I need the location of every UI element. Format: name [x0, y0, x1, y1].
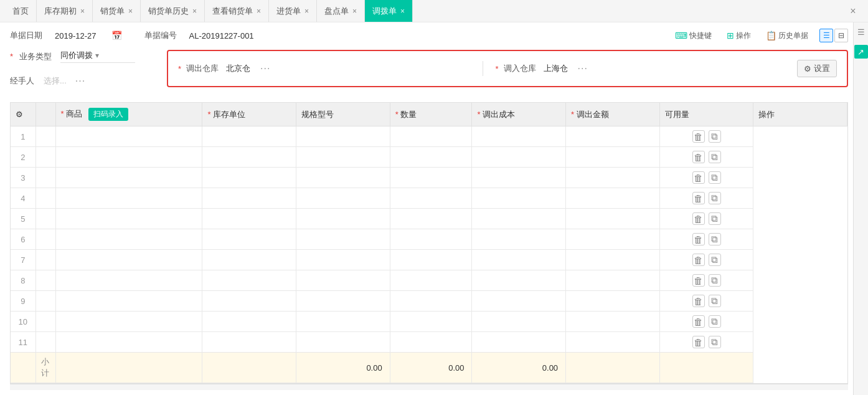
copy-icon[interactable]: ⧉ — [709, 151, 721, 163]
copy-icon[interactable]: ⧉ — [709, 233, 721, 245]
cell-unit[interactable] — [55, 126, 202, 147]
delete-icon[interactable]: 🗑 — [692, 212, 705, 225]
cell-available[interactable] — [566, 250, 660, 270]
cell-amount[interactable] — [472, 312, 566, 332]
cell-product[interactable] — [35, 229, 55, 250]
delete-icon[interactable]: 🗑 — [692, 192, 705, 204]
cell-unit[interactable] — [55, 291, 202, 312]
tab-close-sales-order[interactable]: × — [128, 7, 133, 16]
cell-amount[interactable] — [472, 229, 566, 250]
cell-qty[interactable] — [296, 312, 390, 332]
cell-available[interactable] — [566, 312, 660, 332]
tab-inventory-check[interactable]: 盘点单 × — [317, 0, 365, 22]
cell-cost[interactable] — [390, 270, 472, 291]
tab-close-view-sales[interactable]: × — [257, 7, 261, 16]
grid-view-button[interactable]: ⊟ — [834, 29, 848, 42]
shortcut-button[interactable]: ⌨ 快捷键 — [671, 29, 715, 42]
list-view-button[interactable]: ☰ — [819, 29, 833, 42]
cell-cost[interactable] — [390, 188, 472, 209]
cell-qty[interactable] — [296, 332, 390, 353]
tab-sales-history[interactable]: 销货单历史 × — [141, 0, 205, 22]
cell-product[interactable] — [35, 168, 55, 188]
cell-available[interactable] — [566, 147, 660, 168]
copy-icon[interactable]: ⧉ — [709, 192, 721, 204]
tab-view-sales[interactable]: 查看销货单 × — [205, 0, 269, 22]
cell-spec[interactable] — [202, 312, 296, 332]
delete-icon[interactable]: 🗑 — [692, 295, 705, 307]
cell-available[interactable] — [566, 291, 660, 312]
delete-icon[interactable]: 🗑 — [692, 233, 705, 245]
warehouse-in-more-btn[interactable]: ··· — [578, 63, 588, 74]
sidebar-list-icon[interactable]: ☰ — [854, 25, 868, 39]
copy-icon[interactable]: ⧉ — [709, 336, 721, 348]
copy-icon[interactable]: ⧉ — [709, 315, 721, 328]
copy-icon[interactable]: ⧉ — [709, 254, 721, 266]
cell-product[interactable] — [35, 270, 55, 291]
cell-unit[interactable] — [55, 270, 202, 291]
tab-sales-order[interactable]: 销货单 × — [93, 0, 141, 22]
cell-cost[interactable] — [390, 312, 472, 332]
cell-product[interactable] — [35, 188, 55, 209]
cell-amount[interactable] — [472, 250, 566, 270]
cell-available[interactable] — [566, 126, 660, 147]
cell-cost[interactable] — [390, 168, 472, 188]
cell-amount[interactable] — [472, 270, 566, 291]
horizontal-scrollbar[interactable] — [10, 384, 848, 390]
warehouse-out-more-btn[interactable]: ··· — [260, 63, 270, 74]
cell-unit[interactable] — [55, 229, 202, 250]
cell-unit[interactable] — [55, 312, 202, 332]
cell-amount[interactable] — [472, 147, 566, 168]
cell-spec[interactable] — [202, 147, 296, 168]
col-header-gear[interactable]: ⚙ — [11, 103, 35, 126]
cell-available[interactable] — [566, 270, 660, 291]
cell-spec[interactable] — [202, 250, 296, 270]
cell-available[interactable] — [566, 209, 660, 229]
tab-transfer[interactable]: 调拨单 × — [365, 0, 413, 22]
cell-qty[interactable] — [296, 147, 390, 168]
cell-cost[interactable] — [390, 229, 472, 250]
delete-icon[interactable]: 🗑 — [692, 151, 705, 163]
cell-qty[interactable] — [296, 291, 390, 312]
cell-amount[interactable] — [472, 126, 566, 147]
tab-close-transfer[interactable]: × — [400, 7, 405, 16]
cell-spec[interactable] — [202, 332, 296, 353]
settings-button[interactable]: ⚙ 设置 — [797, 60, 837, 77]
tab-close-sales-history[interactable]: × — [192, 7, 197, 16]
cell-spec[interactable] — [202, 126, 296, 147]
cell-unit[interactable] — [55, 188, 202, 209]
tab-close-inventory-check[interactable]: × — [352, 7, 357, 16]
cell-amount[interactable] — [472, 209, 566, 229]
delete-icon[interactable]: 🗑 — [692, 315, 705, 328]
tab-inventory-init[interactable]: 库存期初 × — [37, 0, 93, 22]
cell-amount[interactable] — [472, 291, 566, 312]
cell-product[interactable] — [35, 291, 55, 312]
tab-home[interactable]: 首页 — [5, 0, 37, 22]
cell-cost[interactable] — [390, 126, 472, 147]
cell-spec[interactable] — [202, 270, 296, 291]
dropdown-arrow-icon[interactable]: ▾ — [95, 51, 99, 60]
sidebar-share-icon[interactable]: ↗ — [854, 45, 868, 59]
cell-qty[interactable] — [296, 270, 390, 291]
cell-cost[interactable] — [390, 209, 472, 229]
copy-icon[interactable]: ⧉ — [709, 212, 721, 225]
cell-unit[interactable] — [55, 332, 202, 353]
cell-qty[interactable] — [296, 188, 390, 209]
cell-amount[interactable] — [472, 168, 566, 188]
copy-icon[interactable]: ⧉ — [709, 171, 721, 184]
delete-icon[interactable]: 🗑 — [692, 274, 705, 287]
cell-qty[interactable] — [296, 229, 390, 250]
history-button[interactable]: 📋 历史单据 — [762, 29, 812, 42]
delete-icon[interactable]: 🗑 — [692, 254, 705, 266]
cell-qty[interactable] — [296, 250, 390, 270]
cell-spec[interactable] — [202, 188, 296, 209]
ops-button[interactable]: ⊞ 操作 — [723, 29, 755, 42]
delete-icon[interactable]: 🗑 — [692, 336, 705, 348]
cell-available[interactable] — [566, 168, 660, 188]
cell-cost[interactable] — [390, 291, 472, 312]
cell-product[interactable] — [35, 332, 55, 353]
business-type-dropdown[interactable]: 同价调拨 ▾ — [60, 50, 135, 63]
cell-amount[interactable] — [472, 188, 566, 209]
cell-unit[interactable] — [55, 209, 202, 229]
cell-available[interactable] — [566, 229, 660, 250]
cell-unit[interactable] — [55, 147, 202, 168]
